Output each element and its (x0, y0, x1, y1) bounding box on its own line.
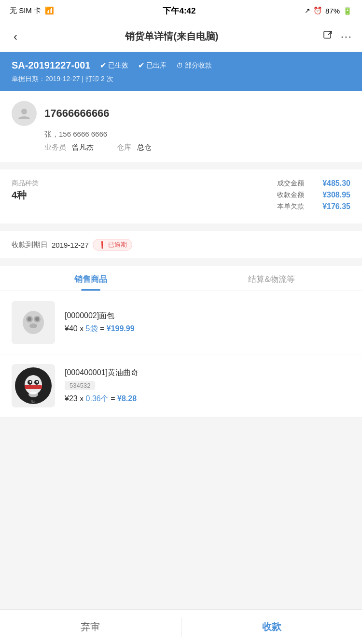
tabs-section: 销售商品 结算&物流等 (0, 266, 362, 291)
svg-point-7 (35, 317, 39, 321)
carrier-text: 无 SIM 卡 (10, 6, 41, 15)
amount-row-1: 成交金额 ¥485.30 (277, 179, 350, 188)
due-date: 2019-12-27 (52, 241, 89, 249)
product-price-1: ¥40 (65, 324, 78, 333)
warehouse-label: 仓库 (117, 143, 131, 151)
product-info-2: [000400001]黄油曲奇 534532 ¥23 x 0.36个 = ¥8.… (65, 368, 350, 404)
product-price-row-1: ¥40 x 5袋 = ¥199.99 (65, 324, 350, 334)
owed-label: 本单欠款 (277, 202, 304, 211)
product-image-1 (12, 301, 55, 344)
due-section: 收款到期日 2019-12-27 ❗ 已逾期 (0, 231, 362, 258)
check-icon-1: ✔ (100, 61, 106, 70)
customer-main-row: 17666666666 (12, 101, 350, 126)
nav-actions: ··· (322, 30, 352, 43)
battery-icon: 🔋 (343, 6, 352, 15)
location-icon: ↗ (305, 7, 310, 14)
kind-label: 商品种类 (12, 179, 39, 188)
svg-rect-0 (324, 31, 331, 38)
more-button[interactable]: ··· (341, 30, 352, 43)
sales-value: 曾凡杰 (72, 143, 94, 151)
separator-2 (0, 227, 362, 231)
product-thumb-1 (12, 301, 55, 344)
badge-effective: ✔ 已生效 (100, 61, 128, 70)
banner-doc-date: 单据日期：2019-12-27 | 打印 2 次 (12, 75, 350, 84)
warehouse-info: 仓库 总仓 (117, 143, 152, 152)
product-price-2: ¥23 (65, 394, 78, 403)
alarm-icon: ⏰ (313, 6, 322, 15)
kind-value: 4种 (12, 189, 39, 202)
collect-button[interactable]: 收款 (181, 613, 362, 641)
amount-row-2: 收款金额 ¥308.95 (277, 191, 350, 199)
svg-point-8 (29, 323, 37, 328)
page-title: 销货单详情(来自电脑) (125, 30, 218, 43)
summary-right: 成交金额 ¥485.30 收款金额 ¥308.95 本单欠款 ¥176.35 (277, 179, 350, 214)
product-sku-2: 534532 (65, 381, 95, 390)
battery-text: 87% (325, 7, 340, 15)
product-info-1: [0000002]面包 ¥40 x 5袋 = ¥199.99 (65, 311, 350, 334)
svg-point-3 (23, 311, 44, 334)
badge-shipped: ✔ 已出库 (138, 61, 167, 70)
tabs-row: 销售商品 结算&物流等 (0, 266, 362, 291)
svg-rect-11 (25, 385, 42, 389)
avatar (12, 101, 37, 126)
product-multiply-1: x (80, 324, 85, 333)
check-icon-2: ✔ (138, 61, 144, 70)
owed-value: ¥176.35 (312, 202, 350, 211)
clock-icon: ⏱ (176, 62, 183, 70)
tab-settlement[interactable]: 结算&物流等 (181, 266, 362, 291)
order-id: SA-20191227-001 (12, 60, 90, 71)
overdue-icon: ❗ (98, 241, 106, 249)
summary-section: 商品种类 4种 成交金额 ¥485.30 收款金额 ¥308.95 本单欠款 ¥… (0, 169, 362, 224)
svg-point-16 (28, 392, 38, 397)
amount-label: 成交金额 (277, 179, 304, 188)
customer-name-line: 张，156 6666 6666 (12, 130, 350, 139)
svg-point-15 (36, 381, 38, 383)
product-qty-1: 5袋 (86, 324, 98, 333)
product-price-row-2: ¥23 x 0.36个 = ¥8.28 (65, 394, 350, 404)
list-item: 品+ [000400001]黄油曲奇 534532 ¥23 x 0.36个 = … (0, 354, 362, 418)
cancel-review-button[interactable]: 弃审 (0, 613, 181, 641)
product-image-2: 品+ (12, 364, 55, 407)
svg-text:品+: 品+ (31, 400, 36, 403)
separator-1 (0, 166, 362, 169)
status-time: 下午4:42 (163, 5, 195, 16)
status-right: ↗ ⏰ 87% 🔋 (305, 6, 352, 15)
customer-section: 17666666666 张，156 6666 6666 业务员 曾凡杰 仓库 总… (0, 91, 362, 162)
products-section: [0000002]面包 ¥40 x 5袋 = ¥199.99 (0, 291, 362, 418)
customer-info-row: 业务员 曾凡杰 仓库 总仓 (12, 143, 350, 152)
amount-value: ¥485.30 (312, 179, 350, 188)
back-button[interactable]: ‹ (10, 26, 21, 47)
svg-point-14 (29, 381, 31, 383)
due-label: 收款到期日 (12, 240, 48, 250)
product-name-1: [0000002]面包 (65, 311, 350, 321)
bottom-bar: 弃审 收款 (0, 609, 362, 644)
svg-point-6 (28, 317, 31, 321)
product-equals-2: = (111, 394, 117, 403)
status-left: 无 SIM 卡 📶 (10, 6, 54, 15)
separator-3 (0, 262, 362, 266)
product-thumb-2: 品+ (12, 364, 55, 407)
salesperson-info: 业务员 曾凡杰 (44, 143, 94, 152)
tab-sales-products[interactable]: 销售商品 (0, 266, 181, 291)
status-bar: 无 SIM 卡 📶 下午4:42 ↗ ⏰ 87% 🔋 (0, 0, 362, 21)
product-multiply-2: x (80, 394, 85, 403)
svg-point-1 (21, 109, 27, 114)
wifi-icon: 📶 (45, 6, 54, 15)
product-total-1: ¥199.99 (107, 324, 135, 333)
header-banner: SA-20191227-001 ✔ 已生效 ✔ 已出库 ⏱ 部分收款 单据日期：… (0, 52, 362, 91)
sales-label: 业务员 (44, 143, 66, 151)
received-value: ¥308.95 (312, 191, 350, 199)
product-qty-2: 0.36个 (86, 394, 109, 403)
summary-left: 商品种类 4种 (12, 179, 39, 202)
overdue-badge: ❗ 已逾期 (93, 239, 132, 251)
banner-row1: SA-20191227-001 ✔ 已生效 ✔ 已出库 ⏱ 部分收款 (12, 60, 350, 71)
share-button[interactable] (322, 30, 333, 43)
amount-row-3: 本单欠款 ¥176.35 (277, 202, 350, 211)
product-total-2: ¥8.28 (117, 394, 137, 403)
warehouse-value: 总仓 (137, 143, 152, 151)
customer-phone: 17666666666 (44, 107, 110, 120)
product-equals-1: = (100, 324, 107, 333)
nav-bar: ‹ 销货单详情(来自电脑) ··· (0, 21, 362, 52)
overdue-label: 已逾期 (108, 240, 127, 249)
badge-partial: ⏱ 部分收款 (176, 61, 212, 70)
